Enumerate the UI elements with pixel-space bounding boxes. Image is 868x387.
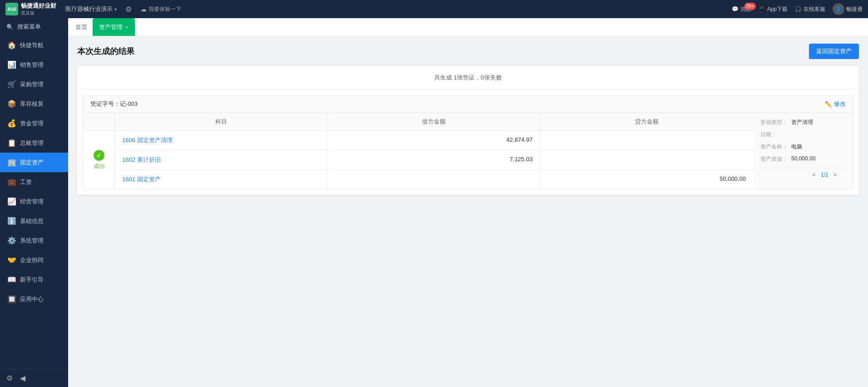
message-icon: 💬: [732, 6, 739, 12]
user-label: 畅捷通: [846, 5, 863, 13]
sidebar-item-salary[interactable]: 💼 工资: [0, 172, 68, 192]
app-download-button[interactable]: 📱 App下载: [759, 5, 788, 13]
sidebar-settings-icon[interactable]: ⚙: [6, 374, 13, 382]
table-header: 科目 借方金额 贷方金额: [115, 113, 753, 131]
pagination-next[interactable]: >: [833, 172, 837, 178]
cloud-icon: ☁: [140, 5, 147, 13]
debit-cell: 42,874.97: [327, 131, 540, 150]
chevron-down-icon: ▾: [114, 7, 117, 12]
sidebar-item-inventory[interactable]: 📦 库存核算: [0, 94, 68, 114]
sidebar-item-label: 企业协同: [20, 256, 44, 264]
asset-name-row: 资产名称： 电脑: [760, 143, 846, 151]
page-content: 本次生成的结果 返回固定资产 共生成 1张凭证，0张失败 凭证字号：记-003 …: [68, 36, 868, 387]
sidebar-collapse-icon[interactable]: ◀: [20, 374, 25, 382]
app-download-label: App下载: [767, 5, 788, 13]
sidebar-item-label: 系统管理: [20, 237, 44, 245]
sidebar-item-tutorial[interactable]: 📖 新手引导: [0, 270, 68, 289]
messages-badge: 99+: [744, 3, 756, 10]
sidebar-item-funds[interactable]: 💰 资金管理: [0, 114, 68, 133]
main-layout: 🔍 搜索菜单 🏠 快捷导航 📊 销售管理 🛒 采购管理 📦 库存核算 💰 资金管…: [0, 18, 868, 387]
change-type-row: 变动类型： 资产清理: [760, 119, 846, 126]
top-bar: AtA 畅捷通好业财 普及版 医疗器械行业演示 ▾ ⚙ ☁ 我要体验一下 💬 消…: [0, 0, 868, 18]
date-label: 日期：: [760, 131, 777, 139]
sidebar-item-ledger[interactable]: 📋 总账管理: [0, 133, 68, 153]
sidebar-item-label: 销售管理: [20, 61, 44, 69]
voucher-body: 科目 借方金额 贷方金额 ✓: [83, 113, 853, 189]
ledger-icon: 📋: [7, 139, 16, 147]
sidebar-item-enterprise[interactable]: 🤝 企业协同: [0, 250, 68, 270]
online-service-button[interactable]: 🎧 在线客服: [795, 5, 825, 13]
operations-icon: 📈: [7, 197, 16, 206]
date-row: 日期：: [760, 131, 846, 139]
experience-button[interactable]: ☁ 我要体验一下: [140, 5, 181, 13]
pagination-prev[interactable]: <: [813, 172, 816, 178]
experience-label: 我要体验一下: [149, 5, 181, 13]
funds-icon: 💰: [7, 119, 16, 128]
tab-label: 资产管理: [99, 23, 123, 31]
salary-icon: 💼: [7, 178, 16, 186]
sidebar-item-label: 基础信息: [20, 217, 44, 225]
sidebar-item-quick-nav[interactable]: 🏠 快捷导航: [0, 35, 68, 55]
original-value-row: 资产原值： 50,000.00: [760, 155, 846, 163]
online-service-label: 在线客服: [804, 5, 825, 13]
credit-cell: [541, 131, 753, 150]
user-menu-button[interactable]: 👤 畅捷通: [833, 3, 863, 15]
col-credit: 贷方金额: [541, 113, 753, 130]
tab-close-icon[interactable]: ×: [125, 25, 128, 30]
sidebar-item-operations[interactable]: 📈 经营管理: [0, 192, 68, 211]
table-row: 1606 固定资产清理 42,874.97: [115, 131, 753, 150]
service-icon: 🎧: [795, 6, 802, 12]
summary-text: 共生成 1张凭证，0张失败: [434, 74, 501, 81]
sidebar-item-search[interactable]: 🔍 搜索菜单: [0, 18, 68, 35]
content-area: 首页 资产管理 × 本次生成的结果 返回固定资产 共生成 1张凭证，0张失败: [68, 18, 868, 387]
pagination-current: 1/1: [821, 172, 828, 178]
subject-cell[interactable]: 1601 固定资产: [115, 170, 327, 189]
sidebar: 🔍 搜索菜单 🏠 快捷导航 📊 销售管理 🛒 采购管理 📦 库存核算 💰 资金管…: [0, 18, 68, 387]
sidebar-item-label: 固定资产: [20, 159, 44, 167]
sidebar-item-label: 经营管理: [20, 198, 44, 206]
sidebar-item-fixed-assets[interactable]: 🏢 固定资产: [0, 153, 68, 172]
tabs-bar: 首页 资产管理 ×: [68, 18, 868, 36]
original-value-label: 资产原值：: [760, 155, 788, 163]
sidebar-item-label: 总账管理: [20, 139, 44, 147]
debit-cell: 7,125.03: [327, 150, 540, 169]
sidebar-item-label: 工资: [20, 178, 32, 186]
sidebar-item-app-center[interactable]: 🔲 应用中心: [0, 289, 68, 309]
credit-cell: 50,000.00: [541, 170, 753, 189]
edit-label: 修改: [834, 100, 846, 108]
sidebar-item-system[interactable]: ⚙️ 系统管理: [0, 231, 68, 250]
debit-cell: [327, 170, 540, 189]
sidebar-bottom: ⚙ ◀: [0, 369, 68, 387]
table-row: 1601 固定资产 50,000.00: [115, 170, 753, 189]
inventory-icon: 📦: [7, 99, 16, 108]
voucher-header: 凭证字号：记-003 ✏️ 修改: [83, 95, 853, 113]
messages-button[interactable]: 💬 消息 99+: [732, 5, 751, 13]
sidebar-item-label: 资金管理: [20, 119, 44, 128]
credit-cell: [541, 150, 753, 169]
back-to-fixed-assets-button[interactable]: 返回固定资产: [809, 44, 859, 59]
sidebar-item-label: 库存核算: [20, 100, 44, 108]
app-center-icon: 🔲: [7, 295, 16, 303]
tab-home[interactable]: 首页: [75, 23, 93, 31]
sidebar-item-label: 采购管理: [20, 80, 44, 89]
sidebar-item-purchase[interactable]: 🛒 采购管理: [0, 74, 68, 94]
page-header: 本次生成的结果 返回固定资产: [77, 44, 859, 59]
settings-icon[interactable]: ⚙: [122, 3, 135, 15]
tab-asset-management[interactable]: 资产管理 ×: [93, 18, 135, 36]
sidebar-item-label: 新手引导: [20, 276, 44, 284]
sidebar-item-basic-info[interactable]: ℹ️ 基础信息: [0, 211, 68, 231]
subject-cell[interactable]: 1602 累计折旧: [115, 150, 327, 169]
avatar: 👤: [833, 3, 844, 15]
sidebar-item-label: 应用中心: [20, 295, 44, 303]
company-selector[interactable]: 医疗器械行业演示 ▾: [65, 5, 117, 13]
table-row: 1602 累计折旧 7,125.03: [115, 150, 753, 170]
app-edition: 普及版: [21, 10, 56, 16]
logo-icon: AtA: [5, 3, 18, 15]
app-name: 畅捷通好业财: [21, 2, 56, 9]
side-info-panel: 变动类型： 资产清理 日期： 资产名称： 电脑: [753, 113, 853, 189]
edit-voucher-button[interactable]: ✏️ 修改: [825, 100, 846, 108]
sidebar-item-sales[interactable]: 📊 销售管理: [0, 55, 68, 74]
subject-cell[interactable]: 1606 固定资产清理: [115, 131, 327, 150]
col-debit: 借方金额: [327, 113, 540, 130]
status-column: ✓ 成功: [83, 131, 115, 189]
